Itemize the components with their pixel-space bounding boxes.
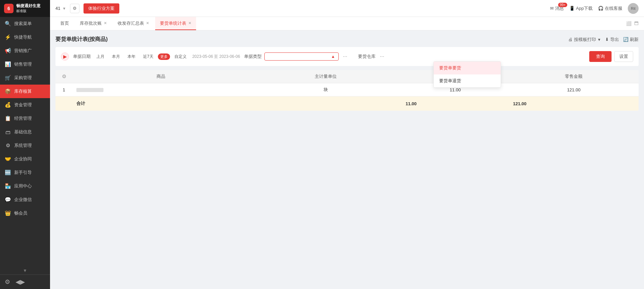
trial-button[interactable]: 体验行业方案 xyxy=(84,3,119,14)
tab-close-order-stats[interactable]: ✕ xyxy=(188,21,191,25)
warehouse-more-icon[interactable]: ··· xyxy=(380,53,384,60)
table-settings-icon[interactable]: ⚙ xyxy=(62,73,66,79)
refresh-btn[interactable]: 🔄 刷新 xyxy=(623,37,639,43)
tab-inventory-batch[interactable]: 库存批次账 ✕ xyxy=(75,17,112,30)
table-row: 1 块 11.00 121.00 xyxy=(55,83,639,96)
app-logo: 6 畅捷通好生意 标准版 xyxy=(0,0,50,17)
online-service-btn[interactable]: 🎧 在线客服 xyxy=(598,5,622,12)
warehouse-filter-group: 要货仓库 ··· xyxy=(358,53,384,60)
type-label: 单据类型 xyxy=(244,53,262,60)
sales-icon: 📊 xyxy=(5,61,11,67)
tab-recv-summary[interactable]: 收发存汇总表 ✕ xyxy=(113,17,154,30)
user-avatar[interactable]: Rit xyxy=(628,3,639,14)
sidebar-item-marketing[interactable]: 📢 营销推广 xyxy=(0,44,50,58)
date-prev-month-btn[interactable]: 上月 xyxy=(93,52,108,61)
app-name: 畅捷通好生意 xyxy=(16,3,41,9)
sidebar-item-member[interactable]: 👑 畅会员 xyxy=(0,206,50,220)
cell-amount: 121.00 xyxy=(509,83,639,96)
sidebar-item-sales[interactable]: 📊 销售管理 xyxy=(0,58,50,71)
phone-icon: 📱 xyxy=(569,6,575,11)
sidebar-item-quick-nav[interactable]: ⚡ 快捷导航 xyxy=(0,30,50,44)
main-area: 41 ▼ ⚙ 体验行业方案 ✉ 消息 99+ 📱 App下载 🎧 在线客服 xyxy=(50,0,644,289)
date-cur-month-btn[interactable]: 本月 xyxy=(109,52,123,61)
date-range-display: 2023-05-06 至 2023-06-06 xyxy=(192,54,240,60)
sidebar-scroll-down[interactable]: ▼ xyxy=(0,267,50,274)
message-badge: 99+ xyxy=(558,3,567,7)
total-amount: 121.00 xyxy=(509,96,639,111)
settings-button[interactable]: 设置 xyxy=(614,51,633,62)
print-chevron-icon: ▼ xyxy=(597,38,601,42)
store-chevron-icon: ▼ xyxy=(62,6,66,10)
header-settings-btn[interactable]: ⚙ xyxy=(70,4,79,13)
tabs-maximize-icon[interactable]: 🗖 xyxy=(634,21,639,26)
product-placeholder xyxy=(76,88,103,92)
dropdown-item-order-goods[interactable]: 要货单要货 xyxy=(434,62,501,74)
sidebar-item-search[interactable]: 🔍 搜索菜单 xyxy=(0,17,50,30)
store-name: 41 xyxy=(55,6,60,11)
operation-icon: 📋 xyxy=(5,115,11,121)
sidebar-item-inventory[interactable]: 📦 库存核算 xyxy=(0,85,50,98)
sidebar-item-corp[interactable]: 🤝 企业协同 xyxy=(0,152,50,166)
tab-bar: 首页 库存批次账 ✕ 收发存汇总表 ✕ 要货单统计表 ✕ ⬜ 🗖 xyxy=(50,17,644,30)
sidebar-item-system[interactable]: ⚙ 系统管理 xyxy=(0,139,50,152)
table-header-row: ⚙ 商品 主计量单位 主数量 零售金额 xyxy=(55,70,639,83)
online-service-label: 在线客服 xyxy=(605,5,622,12)
settings-icon: ⚙ xyxy=(73,6,77,11)
corp-icon: 🤝 xyxy=(5,156,11,162)
sidebar-item-guide[interactable]: 🆕 新手引导 xyxy=(0,166,50,179)
date-cur-year-btn[interactable]: 本年 xyxy=(124,52,139,61)
type-filter-group: 单据类型 ▲ ··· 要货单要货 要货单退货 xyxy=(244,52,347,61)
type-dropdown: 要货单要货 要货单退货 xyxy=(433,61,501,88)
tab-close-inventory-batch[interactable]: ✕ xyxy=(104,21,107,25)
query-button[interactable]: 查询 xyxy=(589,51,612,62)
dropdown-item-order-return[interactable]: 要货单退货 xyxy=(434,74,501,87)
col-settings: ⚙ xyxy=(55,70,72,83)
member-icon: 👑 xyxy=(5,210,11,216)
search-icon: 🔍 xyxy=(5,21,11,27)
tabs-minimize-icon[interactable]: ⬜ xyxy=(626,21,631,26)
col-product: 商品 xyxy=(72,70,250,83)
app-download-btn[interactable]: 📱 App下载 xyxy=(569,5,593,12)
sidebar-item-finance[interactable]: 💰 资金管理 xyxy=(0,98,50,112)
tab-close-recv-summary[interactable]: ✕ xyxy=(146,21,149,25)
wechat-icon: 💬 xyxy=(5,197,11,203)
sidebar-collapse-icon[interactable]: ◀▶ xyxy=(16,278,25,286)
tab-home[interactable]: 首页 xyxy=(55,17,74,30)
message-btn[interactable]: ✉ 消息 99+ xyxy=(550,5,564,12)
cell-seq: 1 xyxy=(55,83,72,96)
export-btn[interactable]: ⬇ 导出 xyxy=(605,37,619,43)
print-btn[interactable]: 🖨 按模板打印 ▼ xyxy=(568,37,601,43)
warehouse-label: 要货仓库 xyxy=(358,53,376,60)
filter-expand-btn[interactable]: ▶ xyxy=(61,52,69,61)
quick-nav-icon: ⚡ xyxy=(5,34,11,40)
sidebar-settings-icon[interactable]: ⚙ xyxy=(5,278,10,286)
tab-order-stats[interactable]: 要货单统计表 ✕ xyxy=(155,17,196,30)
total-row: 合计 11.00 121.00 xyxy=(55,96,639,111)
message-icon: ✉ xyxy=(550,6,554,11)
marketing-icon: 📢 xyxy=(5,48,11,54)
page-title: 要货单统计表(按商品) xyxy=(55,36,108,43)
type-dropdown-arrow[interactable]: ▲ xyxy=(331,54,335,59)
sidebar-item-appstore[interactable]: 🏪 应用中心 xyxy=(0,179,50,193)
sidebar-nav: 🔍 搜索菜单 ⚡ 快捷导航 📢 营销推广 📊 销售管理 🛒 采购管理 📦 库存核… xyxy=(0,17,50,267)
store-selector[interactable]: 41 ▼ xyxy=(55,6,66,11)
total-quantity: 11.00 xyxy=(402,96,509,111)
guide-icon: 🆕 xyxy=(5,170,11,176)
col-unit: 主计量单位 xyxy=(250,70,402,83)
date-7day-btn[interactable]: 近7天 xyxy=(140,52,157,61)
sidebar-item-operation[interactable]: 📋 经营管理 xyxy=(0,112,50,125)
date-label: 单据日期 xyxy=(73,53,91,60)
inventory-icon: 📦 xyxy=(5,88,11,94)
sidebar-item-wechat[interactable]: 💬 企业微信 xyxy=(0,193,50,206)
sidebar-item-purchase[interactable]: 🛒 采购管理 xyxy=(0,71,50,85)
data-table: ⚙ 商品 主计量单位 主数量 零售金额 xyxy=(55,70,639,111)
type-select[interactable]: ▲ xyxy=(264,52,339,61)
purchase-icon: 🛒 xyxy=(5,75,11,81)
results-table: ⚙ 商品 主计量单位 主数量 零售金额 xyxy=(55,70,639,111)
date-more-btn[interactable]: 更多 xyxy=(158,53,170,60)
filter-panel: ▶ 单据日期 上月 本月 本年 近7天 更多 自定义 2023-05-06 至 … xyxy=(55,47,639,66)
filter-more-icon[interactable]: ··· xyxy=(343,53,347,60)
sidebar-item-basic[interactable]: 🗃 基础信息 xyxy=(0,125,50,139)
date-custom-btn[interactable]: 自定义 xyxy=(171,52,190,61)
col-amount: 零售金额 xyxy=(509,70,639,83)
